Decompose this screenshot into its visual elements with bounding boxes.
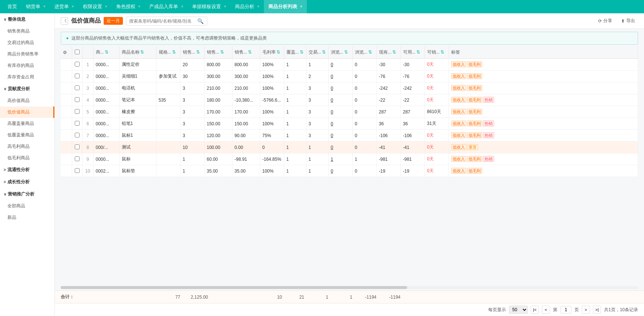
page-label: 第 xyxy=(553,307,557,313)
sidebar-group-growth[interactable]: > 成长性分析 xyxy=(0,176,54,188)
first-page-button[interactable]: |< xyxy=(531,306,539,314)
nav-product-analysis-list[interactable]: 商品分析列表 × xyxy=(264,0,307,13)
name-cell: 笔记本 xyxy=(119,94,156,106)
sellable-column-header[interactable]: 可销...⇅ xyxy=(425,46,449,59)
checkbox-cell[interactable] xyxy=(72,59,82,71)
close-purchase-order-icon[interactable]: × xyxy=(72,0,74,13)
nav-product-warehousing[interactable]: 产成品入库单 × xyxy=(145,0,188,13)
name-column-header[interactable]: 商品名称⇅ xyxy=(119,46,156,59)
sidebar-group-marketing[interactable]: ∨ 营销推广分析 xyxy=(0,188,54,200)
checkbox-cell[interactable] xyxy=(72,82,82,94)
nav-role-auth[interactable]: 角色授权 × xyxy=(112,0,145,13)
trade-column-header[interactable]: 交易...⇅ xyxy=(306,46,328,59)
nav-permissions[interactable]: 权限设置 × xyxy=(78,0,112,13)
export-button[interactable]: ⬆ 导出 xyxy=(618,16,638,26)
sidebar-group-overall[interactable]: ∨ 整体信息 xyxy=(0,13,54,26)
settings-column-header[interactable]: ⚙ xyxy=(61,46,72,59)
checkbox-cell[interactable] xyxy=(72,71,82,82)
close-role-auth-icon[interactable]: × xyxy=(138,0,141,13)
sidebar-item-inventory-products[interactable]: 有库存的商品 xyxy=(0,60,54,71)
browse2-column-header[interactable]: 浏览...⇅ xyxy=(352,46,376,59)
close-product-warehousing-icon[interactable]: × xyxy=(181,0,183,13)
nav-template-settings[interactable]: 单据模板设置 × xyxy=(188,0,231,13)
tags-cell: 低收入低毛利热销 xyxy=(449,153,638,165)
prev-page-button[interactable]: < xyxy=(542,306,550,314)
checkbox-cell[interactable] xyxy=(72,130,82,142)
checkbox-cell[interactable] xyxy=(72,118,82,130)
close-permissions-icon[interactable]: × xyxy=(105,0,107,13)
browse1-column-header[interactable]: 浏览...⇅ xyxy=(328,46,352,59)
share-button[interactable]: ⟳ 分享 xyxy=(595,16,615,26)
browse1-cell[interactable]: 0 xyxy=(328,71,352,82)
checkbox-cell[interactable] xyxy=(72,142,82,153)
search-input[interactable] xyxy=(129,18,196,24)
sales1-cell: 10 xyxy=(180,142,204,153)
sidebar-item-category-sales-rate[interactable]: 商品分类销售率 xyxy=(0,48,54,60)
sales3-column-header[interactable]: 销售...⇅ xyxy=(232,46,260,59)
sidebar-item-all-products[interactable]: 全部商品 xyxy=(0,200,54,212)
browse1-cell[interactable]: 1 xyxy=(328,153,352,165)
browse1-cell[interactable]: 0 xyxy=(328,165,352,177)
margin-column-header[interactable]: 毛利率⇅ xyxy=(260,46,284,59)
nav-purchase-order[interactable]: 进货单 × xyxy=(50,0,78,13)
browse1-cell[interactable]: 0 xyxy=(328,118,352,130)
checkbox-cell[interactable] xyxy=(72,165,82,177)
current-column-header[interactable]: 现有...⇅ xyxy=(376,46,400,59)
nav-sales-order[interactable]: 销货单 × xyxy=(21,0,50,13)
sidebar-item-inventory-funds[interactable]: 库存资金占用 xyxy=(0,71,54,83)
days-cell: 0天 xyxy=(425,165,449,177)
close-product-analysis-list-icon[interactable]: × xyxy=(300,0,302,13)
close-template-settings-icon[interactable]: × xyxy=(224,0,226,13)
browse2-cell: 0 xyxy=(352,59,376,71)
browse1-cell[interactable]: 0 xyxy=(328,59,352,71)
browse1-cell[interactable]: 0 xyxy=(328,94,352,106)
last-page-button[interactable]: >| xyxy=(593,306,601,314)
spec-column-header[interactable]: 规格...⇅ xyxy=(156,46,180,59)
sales3-cell: 0.00 xyxy=(232,142,260,153)
search-icon[interactable]: 🔍 xyxy=(197,18,204,24)
cover-column-header[interactable]: 覆盖...⇅ xyxy=(284,46,306,59)
checkbox-cell[interactable] xyxy=(72,153,82,165)
nav-product-analysis[interactable]: 商品分析 × xyxy=(231,0,264,13)
num-cell: 5 xyxy=(82,106,93,118)
sidebar-item-new-products[interactable]: 新品 xyxy=(0,212,54,223)
sidebar-item-sales-products[interactable]: 销售类商品 xyxy=(0,26,54,37)
browse2-cell: 0 xyxy=(352,106,376,118)
table-container[interactable]: ⚙ 商...⇅ 商品名称⇅ 规格...⇅ 销售...⇅ 销售...⇅ 销售...… xyxy=(55,46,644,286)
browse1-cell[interactable]: 0 xyxy=(328,130,352,142)
checkbox-column-header[interactable] xyxy=(72,46,82,59)
browse1-cell[interactable]: 0 xyxy=(328,82,352,94)
collapse-button[interactable]: 《 xyxy=(61,17,68,25)
checkbox-cell[interactable] xyxy=(72,94,82,106)
close-product-analysis-icon[interactable]: × xyxy=(257,0,259,13)
browse1-cell[interactable]: 0 xyxy=(328,142,352,153)
sidebar-item-low-margin[interactable]: 低毛利商品 xyxy=(0,152,54,164)
name-cell: 铅笔1 xyxy=(119,118,156,130)
available-column-header[interactable]: 可用...⇅ xyxy=(400,46,425,59)
table-scrollbar[interactable] xyxy=(61,286,638,289)
nav-home[interactable]: 首页 xyxy=(3,0,21,13)
page-input[interactable] xyxy=(560,306,571,313)
sidebar-item-traded-products[interactable]: 交易过的商品 xyxy=(0,37,54,48)
sidebar-item-low-coverage[interactable]: 低覆盖量商品 xyxy=(0,129,54,141)
code-column-header[interactable]: 商...⇅ xyxy=(93,46,119,59)
table-scrollbar-thumb[interactable] xyxy=(61,286,407,289)
sidebar-item-high-value[interactable]: 高价值商品 xyxy=(0,95,54,106)
sales1-column-header[interactable]: 销售...⇅ xyxy=(180,46,204,59)
code-cell: 000/... xyxy=(93,142,119,153)
sidebar-item-high-coverage[interactable]: 高覆盖量商品 xyxy=(0,118,54,129)
sidebar-item-high-margin[interactable]: 高毛利商品 xyxy=(0,141,54,152)
sidebar-group-contribution[interactable]: ∨ 贡献度分析 xyxy=(0,83,54,95)
close-sales-order-icon[interactable]: × xyxy=(43,0,46,13)
num-cell: 2 xyxy=(82,71,93,82)
next-page-button[interactable]: > xyxy=(582,306,590,314)
select-all-checkbox[interactable] xyxy=(75,50,80,54)
summary-sales1: 77 xyxy=(158,295,182,300)
sales2-column-header[interactable]: 销售...⇅ xyxy=(204,46,232,59)
time-tag-button[interactable]: 近一月 xyxy=(104,17,123,25)
sidebar-item-low-value[interactable]: 低价值商品 xyxy=(0,106,54,118)
page-size-select[interactable]: 50 20 100 xyxy=(509,306,528,314)
browse1-cell[interactable]: 0 xyxy=(328,106,352,118)
sidebar-group-liquidity[interactable]: > 流通性分析 xyxy=(0,164,54,176)
checkbox-cell[interactable] xyxy=(72,106,82,118)
